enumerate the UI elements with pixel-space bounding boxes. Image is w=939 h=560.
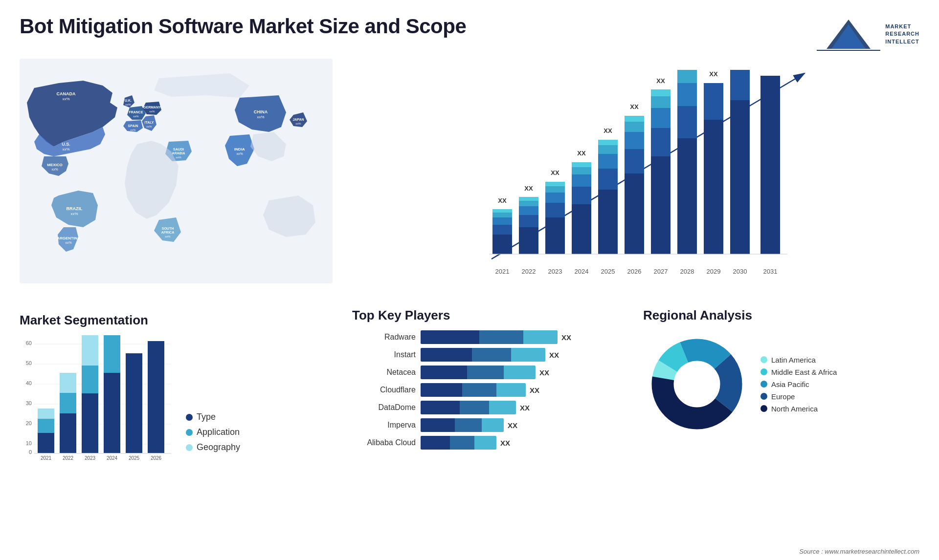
- svg-text:SAUDI: SAUDI: [173, 148, 184, 151]
- svg-rect-84: [651, 89, 671, 96]
- svg-text:xx%: xx%: [65, 241, 71, 244]
- svg-rect-53: [545, 203, 565, 217]
- player-xx-cloudflare: XX: [530, 386, 539, 394]
- player-row-alibaba: Alibaba Cloud XX: [352, 436, 624, 450]
- asia-pacific-color: [760, 381, 767, 388]
- page-title: Bot Mitigation Software Market Size and …: [20, 15, 466, 38]
- svg-rect-136: [148, 341, 164, 453]
- svg-text:xx%: xx%: [165, 235, 171, 238]
- world-map: CANADA xx% U.S. xx% MEXICO xx% BRAZIL xx…: [20, 59, 333, 283]
- svg-text:xx%: xx%: [130, 129, 136, 131]
- svg-rect-60: [572, 187, 591, 204]
- player-name-datadome: DataDome: [352, 403, 416, 412]
- player-bar-cloudflare: XX: [421, 383, 624, 397]
- svg-text:xx%: xx%: [236, 152, 243, 155]
- regional-legend: Latin America Middle East & Africa Asia …: [760, 356, 837, 413]
- segmentation-legend: Type Application Geography: [186, 412, 240, 462]
- segmentation-chart: 60 50 40 30 20 10 0 2021: [20, 335, 176, 462]
- svg-rect-69: [598, 145, 618, 154]
- svg-text:2023: 2023: [548, 268, 562, 275]
- svg-text:2022: 2022: [63, 455, 74, 461]
- svg-text:XX: XX: [551, 169, 559, 176]
- svg-text:xx%: xx%: [62, 97, 69, 101]
- legend-application: Application: [186, 427, 240, 437]
- bottom-right-sections: Top Key Players Radware XX: [347, 308, 919, 467]
- player-row-instart: Instart XX: [352, 348, 624, 362]
- svg-rect-42: [492, 209, 512, 213]
- regional-title: Regional Analysis: [643, 308, 915, 323]
- svg-rect-62: [572, 167, 591, 174]
- svg-text:30: 30: [26, 400, 32, 406]
- player-xx-datadome: XX: [520, 404, 530, 412]
- player-name-alibaba: Alibaba Cloud: [352, 438, 416, 447]
- geography-color-dot: [186, 444, 193, 451]
- main-content: CANADA xx% U.S. xx% MEXICO xx% BRAZIL xx…: [0, 59, 939, 467]
- market-segmentation-section: Market Segmentation 60 50 40 30 20 10 0: [20, 308, 337, 467]
- svg-rect-68: [598, 154, 618, 169]
- svg-text:FRANCE: FRANCE: [129, 110, 143, 114]
- bar-chart-svg: XX 2021 XX 2022 XX 2023: [367, 68, 910, 279]
- latin-america-color: [760, 356, 767, 363]
- svg-text:2022: 2022: [522, 268, 536, 275]
- svg-text:INDIA: INDIA: [234, 147, 245, 151]
- svg-rect-98: [730, 70, 750, 100]
- svg-rect-101: [760, 76, 780, 254]
- svg-text:xx%: xx%: [149, 110, 155, 113]
- svg-rect-76: [625, 122, 644, 132]
- svg-text:0: 0: [29, 449, 32, 455]
- svg-rect-93: [704, 120, 723, 254]
- player-xx-alibaba: XX: [500, 439, 510, 447]
- svg-text:2021: 2021: [41, 455, 52, 461]
- svg-text:XX: XX: [524, 185, 533, 192]
- svg-rect-61: [572, 174, 591, 187]
- svg-text:XX: XX: [630, 103, 639, 110]
- svg-rect-124: [60, 393, 76, 413]
- svg-rect-123: [60, 413, 76, 453]
- svg-rect-90: [677, 70, 697, 83]
- svg-rect-87: [677, 138, 697, 254]
- svg-text:40: 40: [26, 380, 32, 386]
- svg-rect-127: [82, 393, 98, 453]
- player-row-imperva: Imperva XX: [352, 418, 624, 432]
- source-text: Source : www.marketresearchintellect.com: [799, 548, 919, 555]
- regional-analysis-section: Regional Analysis: [638, 308, 919, 467]
- svg-text:2026: 2026: [151, 455, 162, 461]
- player-row-datadome: DataDome XX: [352, 401, 624, 414]
- svg-text:2029: 2029: [707, 268, 721, 275]
- svg-text:60: 60: [26, 340, 32, 346]
- svg-text:xx%: xx%: [176, 156, 181, 159]
- player-name-imperva: Imperva: [352, 421, 416, 430]
- svg-rect-73: [625, 173, 644, 254]
- growth-bar-chart: XX 2021 XX 2022 XX 2023: [367, 68, 910, 279]
- header: Bot Mitigation Software Market Size and …: [0, 0, 939, 59]
- svg-text:10: 10: [26, 440, 32, 446]
- svg-rect-82: [651, 108, 671, 128]
- svg-rect-134: [126, 353, 142, 453]
- svg-text:xx%: xx%: [51, 168, 58, 171]
- svg-rect-56: [545, 182, 565, 186]
- svg-text:U.K.: U.K.: [125, 99, 132, 102]
- svg-text:XX: XX: [709, 70, 718, 78]
- svg-rect-48: [519, 201, 538, 206]
- growth-chart-section: XX 2021 XX 2022 XX 2023: [347, 59, 919, 298]
- svg-rect-54: [545, 193, 565, 203]
- donut-chart-svg: [643, 330, 751, 438]
- svg-rect-2: [817, 50, 880, 51]
- svg-rect-38: [492, 235, 512, 254]
- svg-text:CHINA: CHINA: [254, 109, 268, 114]
- svg-text:JAPAN: JAPAN: [292, 118, 304, 121]
- svg-rect-39: [492, 225, 512, 235]
- svg-text:XX: XX: [656, 77, 665, 85]
- svg-rect-94: [704, 83, 723, 120]
- svg-text:SPAIN: SPAIN: [128, 124, 138, 128]
- svg-text:xx%: xx%: [146, 125, 152, 128]
- svg-rect-52: [545, 217, 565, 254]
- svg-text:XX: XX: [577, 150, 586, 157]
- player-xx-radware: XX: [561, 333, 571, 342]
- svg-text:xx%: xx%: [125, 103, 131, 106]
- svg-rect-59: [572, 204, 591, 254]
- svg-text:CANADA: CANADA: [57, 91, 76, 96]
- player-name-radware: Radware: [352, 333, 416, 342]
- svg-text:xx%: xx%: [295, 122, 301, 125]
- svg-rect-97: [730, 100, 750, 254]
